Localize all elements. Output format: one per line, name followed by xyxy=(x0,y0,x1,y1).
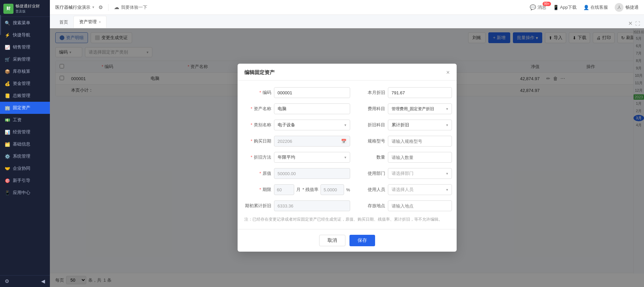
sidebar-item-inventory[interactable]: 📦 库存核算 xyxy=(0,65,50,77)
sidebar-item-fixed-assets[interactable]: 🏢 固定资产 xyxy=(0,102,50,114)
field-name: * 资产名称 xyxy=(244,103,350,114)
ledger-icon: 📒 xyxy=(5,93,10,98)
sidebar-item-sales[interactable]: 📈 销售管理 xyxy=(0,41,50,53)
code-input[interactable] xyxy=(274,87,350,98)
sidebar-item-payroll[interactable]: 💵 工资 xyxy=(0,114,50,126)
department-label: 使用部门 xyxy=(358,170,385,177)
sidebar-item-collaboration[interactable]: 🤝 企业协同 xyxy=(0,162,50,174)
field-category: * 类别名称 电子设备 ▾ xyxy=(244,120,350,130)
sidebar-item-quicknav[interactable]: ⚡ 快捷导航 xyxy=(0,29,50,41)
spec-input[interactable] xyxy=(388,136,452,147)
app-name: 畅捷通好业财 xyxy=(16,3,40,9)
app-logo-icon: 财 xyxy=(3,4,13,14)
period-label: * 期限 xyxy=(244,187,271,193)
depreciation-subject-select[interactable]: 累计折旧 ▾ xyxy=(388,120,452,130)
topbar-right: 💬 消息 99+ 📱 App下载 👤 在线客服 人 畅捷通 xyxy=(530,3,639,12)
app-download-btn[interactable]: 📱 App下载 xyxy=(553,4,577,10)
code-label: * 编码 xyxy=(244,90,271,96)
service-btn[interactable]: 👤 在线客服 xyxy=(583,4,608,10)
user-select[interactable]: 请选择人员 ▾ xyxy=(388,184,452,195)
user-label-field: 使用人员 xyxy=(358,187,385,193)
sidebar-item-finance[interactable]: 💰 资金管理 xyxy=(0,77,50,90)
expense-subject-select[interactable]: 管理费用_固定资产折旧 ▾ xyxy=(388,103,452,114)
sidebar-item-search[interactable]: 🔍 搜索菜单 xyxy=(0,17,50,29)
modal-footer: 取消 保存 xyxy=(238,229,457,252)
field-depreciation-subject: 折旧科目 累计折旧 ▾ xyxy=(358,120,452,130)
service-icon: 👤 xyxy=(583,5,589,10)
modal-note: 注：已经存在变更记录或者对应固定资产已经生成凭证，原值、购买日期、残值率、累计折… xyxy=(244,217,450,222)
save-button[interactable]: 保存 xyxy=(349,235,375,246)
location-input[interactable] xyxy=(388,200,452,211)
calendar-icon: 📅 xyxy=(341,139,346,144)
experience-btn[interactable]: ☁ 我要体验一下 xyxy=(114,4,147,10)
method-arrow: ▾ xyxy=(344,155,346,160)
expense-subject-arrow: ▾ xyxy=(446,107,448,111)
topbar-divider xyxy=(108,4,109,11)
field-initial-accumulated: 期初累计折旧 xyxy=(244,200,350,211)
category-select-field[interactable]: 电子设备 ▾ xyxy=(274,120,350,130)
monthly-depreciation-input[interactable] xyxy=(388,87,452,98)
department-select[interactable]: 请选择部门 ▾ xyxy=(388,168,452,179)
original-value-input[interactable] xyxy=(274,168,350,179)
category-label: * 类别名称 xyxy=(244,122,271,128)
tab-asset-management[interactable]: 资产管理 × xyxy=(73,16,106,28)
field-expense-subject: 费用科目 管理费用_固定资产折旧 ▾ xyxy=(358,103,452,114)
sidebar-item-system[interactable]: ⚙️ 系统管理 xyxy=(0,150,50,162)
sidebar-item-purchase[interactable]: 🛒 采购管理 xyxy=(0,53,50,65)
location-label: 存放地点 xyxy=(358,203,385,209)
sidebar-item-ledger[interactable]: 📒 总账管理 xyxy=(0,90,50,102)
avatar: 人 xyxy=(615,3,623,12)
expense-subject-label: 费用科目 xyxy=(358,106,385,112)
field-purchase-date: * 购买日期 202206 📅 xyxy=(244,136,350,147)
user-arrow: ▾ xyxy=(446,188,448,192)
content-area: 资产明细 变更生成凭证 刘账 + 新增 批量操作 xyxy=(50,28,644,287)
quantity-input[interactable] xyxy=(388,152,452,163)
residual-rate-label: * 残值率 xyxy=(303,187,319,193)
appstore-icon: 📱 xyxy=(5,190,10,195)
sidebar-item-operations[interactable]: 📊 经营管理 xyxy=(0,126,50,138)
initial-accumulated-input[interactable] xyxy=(274,200,350,211)
cancel-button[interactable]: 取消 xyxy=(319,235,345,246)
collapse-icon[interactable]: ◀ xyxy=(41,278,45,284)
modal-body: * 编码 本月折旧 xyxy=(238,81,457,229)
period-input[interactable] xyxy=(274,184,294,195)
topbar-settings-icon[interactable]: ⚙ xyxy=(98,4,103,10)
depreciation-method-select[interactable]: 年限平均 ▾ xyxy=(274,152,350,163)
tab-close-icon[interactable]: × xyxy=(99,20,101,24)
settings-icon[interactable]: ⚙ xyxy=(5,278,9,284)
fixed-assets-icon: 🏢 xyxy=(5,105,10,110)
notification-icon: 💬 xyxy=(530,4,536,10)
depreciation-method-label: * 折旧方法 xyxy=(244,154,271,160)
notification-badge: 99+ xyxy=(543,2,551,6)
depreciation-subject-label: 折旧科目 xyxy=(358,122,385,128)
original-value-label: * 原值 xyxy=(244,170,271,177)
field-location: 存放地点 xyxy=(358,200,452,211)
residual-rate-input[interactable] xyxy=(320,184,344,195)
window-close-icon[interactable]: ✕ xyxy=(628,20,633,27)
system-icon: ⚙️ xyxy=(5,154,10,159)
window-expand-icon[interactable]: ⛶ xyxy=(635,21,640,26)
monthly-depreciation-label: 本月折旧 xyxy=(358,90,385,96)
modal-close-btn[interactable]: × xyxy=(446,69,450,76)
payroll-icon: 💵 xyxy=(5,118,10,123)
sidebar-item-appstore[interactable]: 📱 应用中心 xyxy=(0,187,50,199)
field-monthly-depreciation: 本月折旧 xyxy=(358,87,452,98)
period-unit: 月 xyxy=(296,187,301,193)
field-spec: 规格型号 xyxy=(358,136,452,147)
sidebar-item-basic-info[interactable]: 🗂️ 基础信息 xyxy=(0,138,50,150)
company-name[interactable]: 医疗器械行业演示 ▾ xyxy=(55,4,94,10)
name-label: * 资产名称 xyxy=(244,106,271,112)
notification-btn[interactable]: 💬 消息 99+ xyxy=(530,4,546,10)
tabbar: 首页 资产管理 × ✕ ⛶ xyxy=(50,15,644,28)
name-input[interactable] xyxy=(274,103,350,114)
field-quantity: 数量 xyxy=(358,152,452,163)
edit-modal: 编辑固定资产 × * 编码 xyxy=(238,64,457,252)
residual-unit: % xyxy=(346,187,350,192)
purchase-date-input[interactable]: 202206 📅 xyxy=(274,136,350,147)
sales-icon: 📈 xyxy=(5,45,10,50)
field-code: * 编码 xyxy=(244,87,350,98)
sidebar-item-guide[interactable]: 🎯 新手引导 xyxy=(0,174,50,187)
user-btn[interactable]: 人 畅捷通 xyxy=(615,3,639,12)
field-depreciation-method: * 折旧方法 年限平均 ▾ xyxy=(244,152,350,163)
tab-home[interactable]: 首页 xyxy=(54,17,73,28)
